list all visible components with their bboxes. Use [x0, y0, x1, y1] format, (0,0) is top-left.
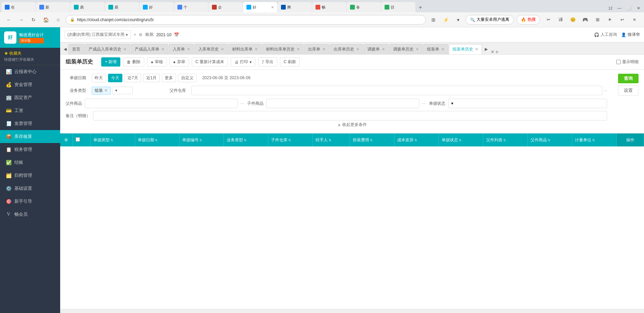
browser-restore-button[interactable]: ⬜: [625, 4, 633, 12]
select-all-checkbox[interactable]: [76, 137, 80, 142]
forward-button[interactable]: →: [16, 15, 26, 25]
sidebar-item-inventory[interactable]: 📦 库存核算: [0, 130, 60, 143]
tab-10[interactable]: 畅: [312, 2, 346, 12]
page-tab-prod-in-history[interactable]: 产成品入库单历史 ✕: [85, 44, 130, 54]
new-tab-button[interactable]: +: [416, 3, 425, 12]
page-tab-assembly-history[interactable]: 组装单历史 ✕: [449, 44, 482, 54]
abandon-button[interactable]: ● 弃审: [170, 57, 189, 67]
th-type[interactable]: 单据类型 ⇅: [90, 133, 135, 146]
tab-1[interactable]: 在: [1, 2, 36, 12]
add-company-btn[interactable]: +: [134, 32, 136, 37]
th-cost-diff[interactable]: 成本差异 ⇅: [394, 133, 439, 146]
tab-6[interactable]: 个: [174, 2, 208, 12]
sidebar-item-reports[interactable]: 📊 云报表中心: [0, 65, 60, 78]
th-settings[interactable]: ⚙: [60, 133, 72, 146]
today-button[interactable]: 今天: [108, 74, 122, 82]
status-dropdown[interactable]: ▾: [448, 99, 607, 108]
more-date-button[interactable]: 更多: [162, 74, 176, 82]
tab-8[interactable]: 好 ✕: [243, 2, 277, 12]
brightness-tool[interactable]: ☀: [604, 14, 615, 25]
th-parent-list[interactable]: 父件列表 ⇅: [483, 133, 527, 146]
out-order-close[interactable]: ✕: [322, 47, 325, 52]
material-out-close[interactable]: ✕: [255, 47, 258, 52]
sidebar-item-settings[interactable]: ⚙️ 基础设置: [0, 182, 60, 195]
browser-minimize-button[interactable]: —: [615, 4, 623, 12]
sidebar-logo[interactable]: 好 畅捷通好会计 演示版: [0, 27, 60, 48]
tab-more-options[interactable]: ≡: [496, 49, 498, 54]
notes-input[interactable]: [93, 111, 607, 120]
tab-3[interactable]: 易: [70, 2, 105, 12]
filter-settings-button[interactable]: 设置: [618, 85, 639, 96]
detail-checkbox-input[interactable]: [616, 60, 621, 64]
th-checkbox[interactable]: [72, 133, 90, 146]
sidebar-item-archive[interactable]: 🗂️ 归档管理: [0, 169, 60, 182]
page-tab-prod-in[interactable]: 产成品入库单 ✕: [131, 44, 168, 54]
company-selector[interactable]: (勿删勿禁用) 江西服宝测试专用 ▾: [64, 30, 131, 39]
page-tab-material-out-history[interactable]: 材料出库单历史 ✕: [262, 44, 304, 54]
lightning-button[interactable]: ⚡: [441, 15, 451, 25]
back-button[interactable]: ←: [4, 15, 14, 25]
assembly-history-close[interactable]: ✕: [475, 47, 478, 52]
favorites-title[interactable]: ★ 收藏夹: [4, 51, 56, 56]
sidebar-item-settlement[interactable]: ✅ 结账: [0, 156, 60, 169]
th-disassembly-cost[interactable]: 拆装费用 ⇅: [350, 133, 394, 146]
bottom-scrollbar[interactable]: [60, 309, 644, 313]
bookmark-button[interactable]: ☆: [53, 15, 63, 25]
qrcode-button[interactable]: ⊞: [429, 15, 438, 25]
hot-search-button[interactable]: 🔥 热搜: [516, 15, 540, 25]
home-button[interactable]: 🏠: [41, 15, 51, 25]
refresh-button-toolbar[interactable]: C 刷新: [280, 57, 300, 67]
biz-type-dropdown[interactable]: ▾: [112, 87, 133, 94]
grid-tool[interactable]: ⊞: [592, 14, 603, 25]
menu-tool[interactable]: ≡: [629, 14, 640, 25]
sidebar-item-guide[interactable]: 🎯 新手引导: [0, 195, 60, 208]
sidebar-item-member[interactable]: V 畅会员: [0, 208, 60, 221]
new-button[interactable]: + 新增: [101, 57, 120, 67]
parent-warehouse-input[interactable]: [191, 86, 602, 95]
page-tab-transfer-history[interactable]: 调拨单历史 ✕: [389, 44, 422, 54]
scissors-tool[interactable]: ✂: [543, 14, 554, 25]
tab-close-all[interactable]: ✕: [491, 49, 494, 54]
transfer-history-close[interactable]: ✕: [416, 47, 419, 52]
th-handler[interactable]: 经手人 ⇅: [312, 133, 350, 146]
1month-button[interactable]: 近1月: [143, 74, 160, 82]
page-tab-home[interactable]: 首页: [68, 44, 84, 54]
th-status[interactable]: 单据状态 ⇅: [439, 133, 483, 146]
sidebar-item-finance[interactable]: 💰 资金管理: [0, 78, 60, 91]
page-tab-left-arrow[interactable]: ◀: [62, 44, 68, 54]
collapse-button[interactable]: ∧ 收起更多条件: [338, 122, 367, 128]
favorites-subtitle[interactable]: 快捷键打开收藏夹: [4, 57, 56, 62]
print-button[interactable]: 🖨 打印 ▾: [231, 57, 255, 67]
in-history-close[interactable]: ✕: [221, 47, 224, 52]
custom-date-button[interactable]: 自定义: [178, 74, 197, 82]
tab-2[interactable]: 新: [36, 2, 70, 12]
export-button[interactable]: ⤴ 导出: [258, 57, 277, 67]
in-order-close[interactable]: ✕: [187, 47, 190, 52]
translate-tool[interactable]: 译: [555, 14, 566, 25]
th-date[interactable]: 单据日期 ⇅: [135, 133, 179, 146]
query-button[interactable]: 查询: [618, 74, 639, 83]
parent-goods-more-icon[interactable]: ···: [240, 101, 244, 106]
emoji-tool[interactable]: 😊: [567, 14, 578, 25]
page-tab-transfer[interactable]: 调拨单 ✕: [364, 44, 389, 54]
game-tool[interactable]: 🎮: [580, 14, 591, 25]
parent-goods-input[interactable]: [85, 99, 238, 108]
page-tab-out-history[interactable]: 出库单历史 ✕: [330, 44, 363, 54]
transfer-close[interactable]: ✕: [382, 47, 385, 52]
page-tab-assembly[interactable]: 组装单 ✕: [423, 44, 448, 54]
page-tab-material-out[interactable]: 材料出库单 ✕: [228, 44, 261, 54]
tab-4[interactable]: 易: [105, 2, 139, 12]
page-tab-in-history[interactable]: 入库单历史 ✕: [194, 44, 228, 54]
display-detail-checkbox[interactable]: 显示明细: [616, 59, 639, 65]
assembly-close[interactable]: ✕: [441, 47, 444, 52]
sidebar-item-invoice[interactable]: 🧾 发票管理: [0, 117, 60, 130]
tab-5[interactable]: 好: [139, 2, 174, 12]
user-info[interactable]: 👤 徐泽华: [621, 32, 640, 38]
tab-11[interactable]: 各: [347, 2, 381, 12]
address-input[interactable]: 🔒 https://cloud.chanjet.com/accounting/u…: [66, 15, 426, 25]
undo-tool[interactable]: ↩: [617, 14, 628, 25]
th-number[interactable]: 单据编号 ⇅: [179, 133, 224, 146]
child-goods-more-icon[interactable]: ···: [422, 101, 426, 106]
calendar-icon[interactable]: 📅: [174, 32, 179, 37]
prod-in-close[interactable]: ✕: [161, 47, 164, 52]
